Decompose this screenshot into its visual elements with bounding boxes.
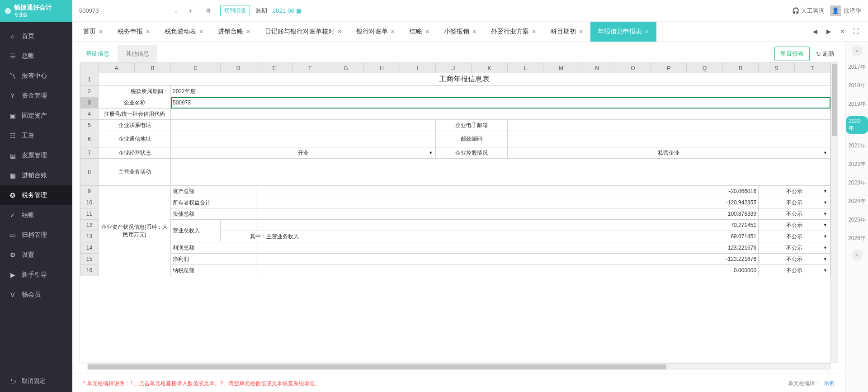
main-business-label[interactable]: 主营业务活动: [99, 159, 171, 186]
tab-7[interactable]: 小畅报销✕: [437, 22, 484, 42]
nav-item-6[interactable]: ▤发票管理: [0, 146, 72, 165]
year-2024年[interactable]: 2024年: [846, 195, 868, 208]
liability-value[interactable]: 100.876339: [256, 208, 759, 220]
subtab-0[interactable]: 基础信息: [78, 45, 118, 62]
year-2023年[interactable]: 2023年: [846, 176, 868, 189]
status-label[interactable]: 企业经营状态: [99, 147, 171, 159]
col-header[interactable]: S: [759, 63, 794, 73]
col-header[interactable]: Q: [687, 63, 722, 73]
company-name-cell[interactable]: 500973: [171, 97, 830, 109]
row-header[interactable]: 3: [80, 97, 99, 109]
tab-close[interactable]: ✕: [246, 28, 250, 35]
username[interactable]: 徐泽华: [844, 7, 861, 15]
tab-close[interactable]: ✕: [99, 28, 103, 35]
reg-no-label[interactable]: 注册号/统一社会信用代码: [99, 109, 171, 120]
address-cell[interactable]: [171, 131, 436, 147]
nav-item-13[interactable]: V畅会员: [0, 285, 72, 305]
row-header[interactable]: 6: [80, 131, 99, 147]
nav-item-0[interactable]: ⌂首页: [0, 26, 72, 46]
row-header[interactable]: 1: [80, 73, 99, 86]
main-business-cell[interactable]: [171, 159, 830, 186]
year-scroll-up[interactable]: «: [852, 45, 863, 56]
tab-8[interactable]: 外贸行业方案✕: [484, 22, 543, 42]
disclose-select[interactable]: 不公示: [759, 242, 830, 254]
col-header[interactable]: K: [472, 63, 507, 73]
tab-6[interactable]: 结账✕: [402, 22, 437, 42]
disclose-select[interactable]: 不公示: [759, 231, 830, 242]
year-2021年[interactable]: 2021年: [846, 139, 868, 152]
tab-0[interactable]: 首页✕: [76, 22, 110, 42]
col-header[interactable]: J: [436, 63, 472, 73]
year-2025年[interactable]: 2025年: [846, 213, 868, 227]
row-header[interactable]: 5: [80, 120, 99, 131]
asset-group-label[interactable]: 企业资产状况信息(币种：人民币万元): [99, 186, 171, 276]
net-profit-label[interactable]: 净利润: [171, 254, 256, 265]
col-header[interactable]: I: [400, 63, 435, 73]
nav-item-12[interactable]: ▶新手引导: [0, 265, 72, 285]
phone-label[interactable]: 企业联系电话: [99, 120, 171, 131]
tab-close[interactable]: ✕: [337, 28, 342, 35]
nav-item-11[interactable]: ⚙设置: [0, 245, 72, 265]
company-select[interactable]: 500973 ⌄: [79, 7, 179, 14]
nav-item-5[interactable]: ☷工资: [0, 126, 72, 146]
row-header[interactable]: 13: [80, 231, 99, 242]
col-header[interactable]: P: [651, 63, 687, 73]
tab-10[interactable]: 年报信息申报表✕: [590, 22, 656, 42]
year-2022年[interactable]: 2022年: [846, 158, 868, 171]
row-header[interactable]: 14: [80, 242, 99, 254]
year-2019年[interactable]: 2019年: [846, 98, 868, 111]
owner-equity-label[interactable]: 所有者权益合计: [171, 197, 256, 208]
tab-close[interactable]: ✕: [391, 28, 395, 35]
nav-item-9[interactable]: ✓结账: [0, 205, 72, 225]
email-label[interactable]: 企业电子邮箱: [436, 120, 508, 131]
year-2017年[interactable]: 2017年: [846, 61, 868, 74]
tab-9[interactable]: 科目期初✕: [543, 22, 590, 42]
example-link[interactable]: 示例: [824, 380, 835, 387]
holding-select[interactable]: 私营企业: [507, 147, 830, 159]
switch-version-button[interactable]: 切到旧版: [220, 5, 250, 16]
fullscreen-button[interactable]: ⛶: [850, 26, 862, 38]
col-header[interactable]: L: [507, 63, 543, 73]
col-header[interactable]: N: [579, 63, 615, 73]
row-header[interactable]: 4: [80, 109, 99, 120]
tab-close[interactable]: ✕: [579, 28, 583, 35]
col-header[interactable]: F: [292, 63, 328, 73]
nav-item-3[interactable]: ¥资金管理: [0, 86, 72, 106]
tax-value[interactable]: 0.000000: [256, 265, 759, 276]
profit-label[interactable]: 利润总额: [171, 242, 256, 254]
nav-item-8[interactable]: ✪税务管理: [0, 185, 72, 205]
period-picker[interactable]: 2021-06 ▦: [273, 7, 302, 14]
row-header[interactable]: 2: [80, 86, 99, 97]
regenerate-report-button[interactable]: 重置报表: [774, 47, 810, 61]
zip-cell[interactable]: [507, 131, 830, 147]
tax-period-label[interactable]: 税款所属期间：: [99, 86, 171, 97]
add-button[interactable]: ＋: [184, 5, 197, 17]
phone-cell[interactable]: [171, 120, 436, 131]
status-select[interactable]: 开业: [171, 147, 436, 159]
disclose-select[interactable]: 不公示: [759, 220, 830, 231]
tab-3[interactable]: 进销台账✕: [211, 22, 258, 42]
email-cell[interactable]: [507, 120, 830, 131]
row-header[interactable]: 8: [80, 159, 99, 186]
tabs-close-all[interactable]: ✕: [836, 26, 848, 38]
disclose-select[interactable]: 不公示: [759, 254, 830, 265]
owner-equity-value[interactable]: -120.942355: [256, 197, 759, 208]
company-name-label[interactable]: 企业名称: [99, 97, 171, 109]
nav-item-2[interactable]: 〽报表中心: [0, 66, 72, 86]
holding-label[interactable]: 企业控股情况: [436, 147, 508, 159]
tab-2[interactable]: 税负波动表✕: [157, 22, 211, 42]
col-header[interactable]: C: [171, 63, 221, 73]
col-header[interactable]: G: [328, 63, 364, 73]
horizontal-scrollbar[interactable]: [87, 363, 831, 370]
select-all-cell[interactable]: [80, 63, 99, 73]
tabs-prev[interactable]: ◀: [809, 26, 821, 38]
col-header[interactable]: M: [543, 63, 579, 73]
liability-label[interactable]: 负债总额: [171, 208, 256, 220]
zip-label[interactable]: 邮政编码: [436, 131, 508, 147]
profit-value[interactable]: -123.221676: [256, 242, 759, 254]
tab-close[interactable]: ✕: [199, 28, 203, 35]
main-revenue-value[interactable]: 69.071451: [328, 231, 759, 242]
sheet-title[interactable]: 工商年报信息表: [99, 73, 830, 86]
tab-1[interactable]: 税务申报✕: [110, 22, 157, 42]
refresh-button[interactable]: ↻ 刷新: [816, 50, 835, 58]
